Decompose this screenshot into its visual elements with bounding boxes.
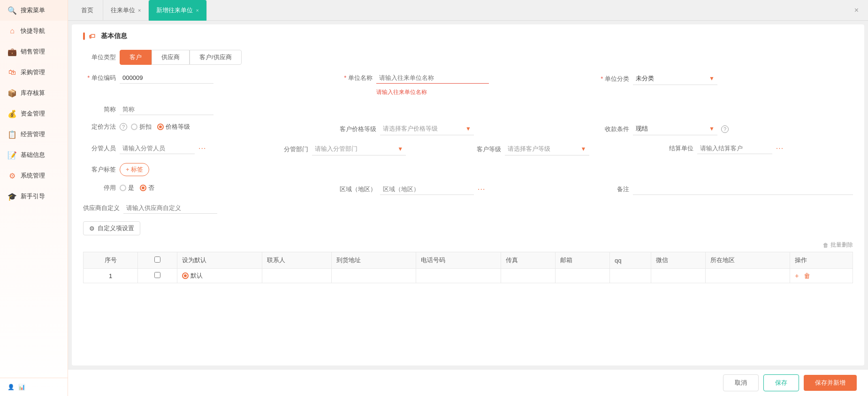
add-tag-button[interactable]: + 标签 xyxy=(120,163,149,176)
custom-settings-button[interactable]: ⚙ 自定义项设置 xyxy=(83,221,140,235)
tab-bar: 首页 往来单位 × 新增往来单位 × × xyxy=(68,0,868,21)
disabled-radio-no[interactable]: 否 xyxy=(140,184,154,192)
col-email: 邮箱 xyxy=(555,252,609,269)
tab-new-partner[interactable]: 新增往来单位 × xyxy=(149,0,206,21)
payment-help-icon[interactable]: ? xyxy=(721,125,729,133)
unit-type-customer-btn[interactable]: 客户 xyxy=(120,50,152,65)
batch-delete-area[interactable]: 🗑 批量删除 xyxy=(83,241,853,249)
pricing-method-label: 定价方法 xyxy=(83,123,116,131)
remark-field: 备注 xyxy=(596,184,853,195)
save-button[interactable]: 保存 xyxy=(763,374,799,391)
settlement-label: 结算单位 xyxy=(661,144,693,153)
manager-input[interactable] xyxy=(120,143,195,154)
basic-info-icon: 📝 xyxy=(8,150,17,160)
section-icon-bar xyxy=(83,32,85,40)
manager-field: 分管人员 ··· xyxy=(83,143,275,154)
sidebar-item-finance[interactable]: 💰 资金管理 xyxy=(0,103,68,124)
row-phone xyxy=(416,269,501,283)
unit-name-label: 单位名称 xyxy=(340,74,373,82)
supplier-custom-label: 供应商自定义 xyxy=(83,204,120,212)
supplier-custom-row: 供应商自定义 xyxy=(83,202,853,214)
pricing-radio-discount[interactable]: 折扣 xyxy=(131,123,152,131)
unit-code-input[interactable] xyxy=(120,72,213,84)
pricing-radio-level[interactable]: 价格等级 xyxy=(157,123,190,131)
delete-row-button[interactable]: 🗑 xyxy=(804,272,810,280)
add-row-button[interactable]: + xyxy=(795,272,799,280)
disabled-radio-group: 是 否 xyxy=(120,184,154,192)
sidebar-item-label: 采购管理 xyxy=(21,68,45,77)
disabled-radio-yes[interactable]: 是 xyxy=(120,184,134,192)
operation-icon: 📋 xyxy=(8,130,17,139)
unit-category-select[interactable]: 未分类 ▼ xyxy=(633,72,717,85)
unit-type-supplier-btn[interactable]: 供应商 xyxy=(152,50,190,65)
settlement-input[interactable] xyxy=(697,143,772,154)
unit-name-row: 单位名称 xyxy=(340,72,596,84)
col-fax: 传真 xyxy=(501,252,555,269)
remark-input[interactable] xyxy=(633,184,853,195)
short-name-input[interactable] xyxy=(120,104,213,115)
payment-terms-label: 收款条件 xyxy=(596,125,629,133)
unit-info-row: 单位编码 单位名称 请输入往来单位名称 单位分类 未分类 ▼ xyxy=(83,72,853,96)
row-checkbox xyxy=(138,269,177,283)
row-qq xyxy=(610,269,651,283)
unit-code-label: 单位编码 xyxy=(83,74,116,82)
row-default-radio[interactable]: 默认 xyxy=(182,272,257,280)
cancel-button[interactable]: 取消 xyxy=(723,374,759,391)
region-field: 区域（地区） ··· xyxy=(340,184,596,195)
sidebar-item-quicknav[interactable]: ⌂ 快捷导航 xyxy=(0,21,68,41)
sidebar-item-sales[interactable]: 💼 销售管理 xyxy=(0,41,68,62)
sidebar-item-basic-info[interactable]: 📝 基础信息 xyxy=(0,145,68,165)
select-all-checkbox[interactable] xyxy=(154,256,160,263)
table-row: 1 默认 xyxy=(84,269,853,283)
pricing-help-icon[interactable]: ? xyxy=(120,123,127,131)
tab-partners[interactable]: 往来单位 × xyxy=(103,0,149,21)
row-wechat xyxy=(651,269,705,283)
sidebar-item-system[interactable]: ⚙ 系统管理 xyxy=(0,165,68,186)
tab-partners-close[interactable]: × xyxy=(138,8,141,13)
col-default: 设为默认 xyxy=(177,252,262,269)
sidebar-item-search[interactable]: 🔍 搜索菜单 xyxy=(0,0,68,21)
tab-home[interactable]: 首页 xyxy=(72,0,103,21)
supplier-custom-field: 供应商自定义 xyxy=(83,202,853,214)
sidebar-item-inventory[interactable]: 📦 库存核算 xyxy=(0,83,68,103)
tag-label: 客户标签 xyxy=(83,165,116,174)
form-area: 🏷 基本信息 单位类型 客户 供应商 客户/供应商 单位编码 单位名 xyxy=(72,24,864,365)
sidebar-item-guide[interactable]: 🎓 新手引导 xyxy=(0,186,68,207)
unit-type-both-btn[interactable]: 客户/供应商 xyxy=(190,50,242,65)
close-all-button[interactable]: × xyxy=(849,6,864,15)
region-label: 区域（地区） xyxy=(340,185,376,194)
manager-more-icon[interactable]: ··· xyxy=(198,144,206,153)
supplier-custom-input[interactable] xyxy=(123,202,217,214)
unit-name-field: 单位名称 请输入往来单位名称 xyxy=(340,72,596,96)
tags-field: 客户标签 + 标签 xyxy=(83,163,853,176)
sidebar-item-operation[interactable]: 📋 经营管理 xyxy=(0,124,68,145)
sidebar-item-label: 新手引导 xyxy=(21,192,45,201)
dept-select[interactable]: 请输入分管部门 ▼ xyxy=(312,143,406,155)
tab-new-partner-close[interactable]: × xyxy=(196,8,198,13)
gear-icon: ⚙ xyxy=(89,225,95,232)
chevron-down-icon: ▼ xyxy=(709,75,715,82)
short-name-row: 简称 xyxy=(83,104,853,115)
main-area: 首页 往来单位 × 新增往来单位 × × 🏷 基本信息 单位类型 客户 供应商 xyxy=(68,0,868,396)
chart-icon: 📊 xyxy=(18,384,25,390)
save-and-new-button[interactable]: 保存并新增 xyxy=(804,375,857,391)
customer-level-label: 客户等级 xyxy=(468,145,501,154)
settlement-more-icon[interactable]: ··· xyxy=(776,144,784,153)
unit-category-field: 单位分类 未分类 ▼ xyxy=(596,72,853,85)
sidebar-item-label: 经营管理 xyxy=(21,130,45,139)
sidebar-item-purchase[interactable]: 🛍 采购管理 xyxy=(0,62,68,83)
payment-terms-select[interactable]: 现结 ▼ xyxy=(633,123,717,135)
region-more-icon[interactable]: ··· xyxy=(478,185,485,194)
tags-row: 客户标签 + 标签 xyxy=(83,163,853,176)
region-input[interactable] xyxy=(380,184,474,195)
unit-name-input[interactable] xyxy=(376,72,489,84)
customer-price-select[interactable]: 请选择客户价格等级 ▼ xyxy=(380,123,474,135)
settlement-field: 结算单位 ··· xyxy=(661,143,853,154)
customer-level-select[interactable]: 请选择客户等级 ▼ xyxy=(505,143,589,155)
radio-discount-circle xyxy=(131,124,137,130)
col-wechat: 微信 xyxy=(651,252,705,269)
batch-delete-icon: 🗑 xyxy=(823,242,829,248)
row-select-checkbox[interactable] xyxy=(154,272,160,278)
radio-level-circle xyxy=(157,124,164,130)
section-icon: 🏷 xyxy=(89,32,95,40)
